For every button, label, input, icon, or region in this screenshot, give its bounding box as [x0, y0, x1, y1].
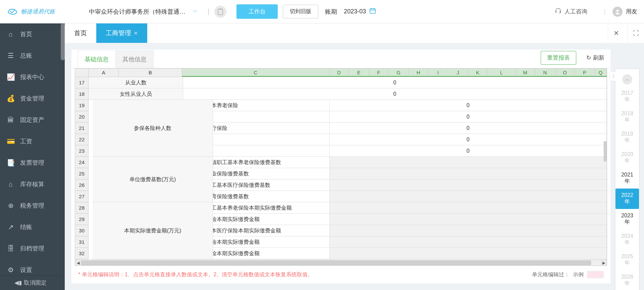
sidebar-scrollbar[interactable] [61, 23, 65, 60]
group-label[interactable]: 参保各险种人数 [93, 100, 213, 157]
cell-value[interactable] [330, 191, 607, 202]
sidebar-item-6[interactable]: 📑发票管理 [0, 152, 64, 173]
tab-0[interactable]: 首页 [65, 23, 96, 43]
cell-value[interactable]: 0 [330, 145, 607, 157]
fullscreen-icon[interactable]: ⛶ [627, 23, 644, 43]
tab-close-icon[interactable]: ✕ [134, 30, 138, 36]
reset-report-button[interactable]: 重置报表 [541, 51, 576, 65]
sidebar-item-9[interactable]: ↗结账 [0, 216, 64, 238]
cancel-fixed-button[interactable]: ◀▮ 取消固定 [0, 275, 61, 290]
year-2025年[interactable]: 2025年 [615, 250, 639, 270]
row-header[interactable]: 31 [75, 236, 89, 248]
support-link[interactable]: 人工咨询 [554, 7, 587, 16]
subtab-0[interactable]: 基础信息 [77, 50, 116, 68]
cell-value[interactable] [330, 248, 607, 259]
cell-value[interactable] [330, 168, 607, 179]
workspace-button[interactable]: 工作台 [236, 4, 278, 19]
row-header[interactable]: 28 [75, 202, 89, 214]
row-header[interactable]: 32 [75, 248, 89, 259]
old-version-button[interactable]: 切到旧版 [283, 5, 318, 18]
row-header[interactable]: 30 [75, 225, 89, 236]
subtab-1[interactable]: 其他信息 [115, 50, 154, 68]
cell-value[interactable] [330, 157, 607, 168]
col-header-C[interactable]: C [182, 69, 329, 77]
cell-value[interactable] [330, 179, 607, 191]
row-header[interactable]: 22 [75, 134, 89, 145]
group-label[interactable]: 本期实际缴费金额(万元) [93, 202, 213, 259]
row-header[interactable]: 27 [75, 191, 89, 202]
year-2018年[interactable]: 2018年 [615, 107, 639, 127]
period-value[interactable]: 2023-03 [344, 8, 366, 15]
row-header[interactable]: 21 [75, 123, 89, 134]
clipboard-icon[interactable] [214, 6, 226, 18]
year-2023年[interactable]: 2023年 [615, 209, 639, 229]
cell-value[interactable] [330, 236, 607, 248]
year-2026年[interactable]: 2026年 [615, 270, 639, 290]
col-header-J[interactable]: J [448, 69, 468, 77]
row-header[interactable]: 25 [75, 168, 89, 179]
cell-value[interactable]: 0 [330, 111, 607, 123]
year-collapse-icon[interactable]: 《 [609, 72, 615, 81]
sidebar-item-3[interactable]: 💰资金管理 [0, 88, 64, 109]
col-header-O[interactable]: O [555, 69, 575, 77]
col-header-I[interactable]: I [428, 69, 448, 77]
sidebar-item-5[interactable]: 💳工资 [0, 131, 64, 152]
row-label[interactable]: 女性从业人员 [89, 88, 183, 100]
year-2021年[interactable]: 2021年 [615, 168, 639, 189]
col-header-A[interactable]: A [89, 69, 119, 77]
close-tab-icon[interactable]: ✕ [608, 23, 625, 43]
sidebar-item-10[interactable]: 🗄归档管理 [0, 238, 64, 259]
cell-value[interactable] [330, 202, 607, 214]
col-header-Q[interactable]: Q [595, 69, 607, 77]
sidebar-item-1[interactable]: ☰总账 [0, 45, 64, 66]
row-header[interactable]: 20 [75, 111, 89, 123]
col-header-L[interactable]: L [488, 69, 515, 77]
cell-value[interactable] [330, 225, 607, 236]
horizontal-scrollbar[interactable]: ◀ ▶ [75, 260, 607, 266]
sidebar-item-0[interactable]: ⌂首页 [0, 23, 64, 45]
year-2022年[interactable]: 2022年 [615, 189, 639, 209]
col-header-D[interactable]: D [329, 69, 349, 77]
row-header[interactable]: 18 [75, 88, 89, 100]
group-label[interactable]: 单位缴费基数(万元) [93, 157, 213, 202]
cell-value[interactable]: 0 [330, 100, 607, 111]
scroll-right-arrow[interactable]: ▶ [601, 260, 607, 266]
sidebar-item-8[interactable]: ⊕税务管理 [0, 195, 64, 216]
col-header-P[interactable]: P [575, 69, 595, 77]
row-header[interactable]: 23 [75, 145, 89, 157]
row-label[interactable]: 从业人数 [89, 77, 183, 88]
row-header[interactable]: 29 [75, 214, 89, 225]
year-2017年[interactable]: 2017年 [615, 86, 639, 107]
year-scroll-up[interactable]: ︿ [622, 74, 632, 84]
col-header-H[interactable]: H [409, 69, 428, 77]
row-value[interactable]: 0 [183, 88, 607, 100]
cell-value[interactable]: 0 [330, 123, 607, 134]
sidebar-item-7[interactable]: ⌂库存核算 [0, 173, 64, 195]
col-header-K[interactable]: K [468, 69, 488, 77]
col-header-M[interactable]: M [516, 69, 535, 77]
row-header[interactable]: 19 [75, 100, 89, 111]
calendar-icon[interactable] [369, 7, 376, 16]
refresh-button[interactable]: ↻ 刷新 [586, 54, 604, 62]
company-selector[interactable]: 中审众环会计师事务所（特殊普通合伙... ﹀ [89, 8, 198, 16]
user-menu[interactable]: 用友 [612, 7, 637, 17]
col-header-G[interactable]: G [389, 69, 409, 77]
spreadsheet[interactable]: ABCDEFGHIJKLMNOPQ 17从业人数018女性从业人员019参保各险… [75, 68, 607, 266]
select-all-cell[interactable] [75, 69, 89, 77]
year-2020年[interactable]: 2020年 [615, 148, 639, 168]
cell-value[interactable]: 0 [330, 134, 607, 145]
row-header[interactable]: 17 [75, 77, 89, 88]
row-value[interactable]: 0 [183, 77, 607, 88]
cell-value[interactable] [330, 214, 607, 225]
sidebar-item-4[interactable]: 🏛固定资产 [0, 109, 64, 131]
col-header-F[interactable]: F [369, 69, 389, 77]
scroll-left-arrow[interactable]: ◀ [75, 260, 81, 266]
year-2024年[interactable]: 2024年 [615, 229, 639, 250]
row-header[interactable]: 26 [75, 179, 89, 191]
sidebar-item-2[interactable]: 📈报表中心 [0, 66, 64, 88]
col-header-B[interactable]: B [119, 69, 182, 77]
vertical-scrollbar-thumb[interactable] [604, 141, 606, 161]
year-2019年[interactable]: 2019年 [615, 127, 639, 148]
tab-1[interactable]: 工商管理✕ [96, 23, 147, 43]
horizontal-scrollbar-thumb[interactable] [81, 261, 591, 265]
